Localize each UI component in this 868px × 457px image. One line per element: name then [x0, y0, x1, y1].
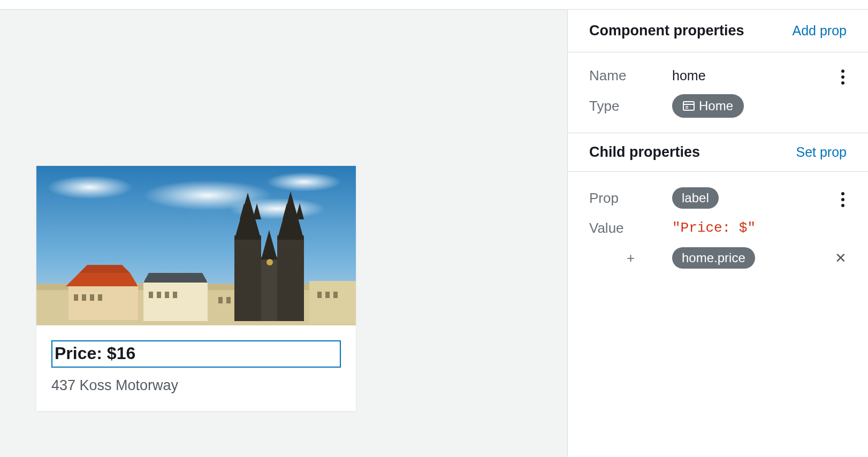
svg-rect-12 — [234, 235, 261, 321]
type-value-container: Home — [672, 94, 847, 118]
card-body: Price: $16 437 Koss Motorway — [36, 325, 356, 411]
canvas-area: Price: $16 437 Koss Motorway — [0, 0, 567, 457]
value-string-container: "Price: $" — [672, 220, 847, 236]
value-row: Value "Price: $" — [589, 217, 847, 239]
svg-rect-23 — [74, 294, 78, 301]
svg-point-36 — [267, 259, 273, 265]
name-row: Name home — [589, 64, 847, 87]
value-string[interactable]: "Price: $" — [672, 220, 756, 236]
prop-pill[interactable]: label — [672, 187, 719, 209]
value-binding-row: + home.price ✕ — [589, 247, 847, 269]
binding-pill-label: home.price — [682, 250, 745, 265]
more-icon[interactable] — [839, 190, 847, 209]
child-properties-title: Child properties — [589, 144, 700, 161]
svg-rect-29 — [165, 292, 169, 298]
binding-value-container: home.price — [672, 247, 847, 269]
type-pill[interactable]: Home — [672, 94, 744, 118]
svg-rect-30 — [173, 292, 177, 298]
svg-rect-22 — [309, 281, 356, 324]
svg-rect-34 — [325, 292, 330, 298]
binding-pill[interactable]: home.price — [672, 247, 755, 269]
svg-rect-25 — [90, 294, 94, 301]
close-icon[interactable]: ✕ — [833, 249, 849, 267]
component-card[interactable]: Price: $16 437 Koss Motorway — [36, 166, 356, 411]
svg-point-3 — [267, 172, 341, 192]
name-value[interactable]: home — [672, 68, 847, 83]
component-properties-section: Name home Type Home — [568, 52, 868, 133]
svg-rect-31 — [218, 297, 223, 303]
svg-rect-28 — [157, 292, 161, 298]
type-pill-label: Home — [699, 98, 733, 113]
svg-rect-10 — [143, 281, 208, 321]
component-properties-header: Component properties Add prop — [568, 10, 868, 52]
address-text: 437 Koss Motorway — [51, 377, 341, 394]
add-prop-button[interactable]: Add prop — [793, 23, 847, 39]
prop-value-container: label — [672, 187, 847, 209]
type-row: Type Home — [589, 94, 847, 118]
svg-point-1 — [47, 176, 133, 199]
component-properties-title: Component properties — [589, 22, 744, 39]
value-label: Value — [589, 220, 672, 237]
properties-panel: Component properties Add prop Name home … — [567, 10, 868, 457]
more-icon[interactable] — [839, 67, 847, 87]
svg-rect-20 — [261, 257, 277, 321]
svg-marker-11 — [143, 273, 208, 283]
svg-rect-27 — [149, 292, 153, 298]
svg-marker-9 — [79, 265, 130, 273]
svg-rect-7 — [68, 284, 138, 320]
svg-rect-35 — [333, 292, 338, 298]
svg-rect-37 — [683, 102, 694, 110]
price-field-selected[interactable]: Price: $16 — [51, 340, 341, 368]
child-properties-header: Child properties Set prop — [568, 133, 868, 172]
card-image — [36, 166, 356, 325]
name-label: Name — [589, 67, 672, 84]
component-icon — [683, 101, 695, 111]
top-toolbar-strip — [0, 0, 868, 10]
prop-label: Prop — [589, 190, 672, 207]
svg-rect-32 — [226, 297, 231, 303]
price-text: Price: $16 — [55, 344, 336, 363]
prop-row: Prop label — [589, 187, 847, 209]
child-properties-section: Prop label Value "Price: $" + home.price — [568, 172, 868, 457]
add-value-button[interactable]: + — [589, 250, 672, 266]
svg-rect-24 — [82, 294, 86, 301]
type-label: Type — [589, 98, 672, 115]
set-prop-button[interactable]: Set prop — [796, 144, 847, 160]
prop-pill-label: label — [682, 191, 709, 205]
svg-rect-33 — [317, 292, 322, 298]
svg-rect-16 — [277, 235, 304, 321]
svg-rect-26 — [98, 294, 102, 301]
